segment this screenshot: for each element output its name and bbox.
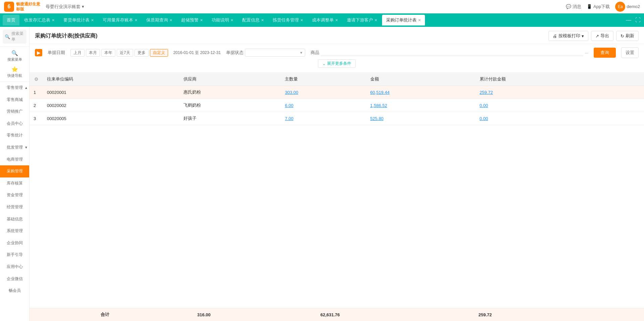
page-header: 采购订单统计表(按供应商) 🖨 按模板打印 ▾ ↗ 导出 ↻ 刷新 <box>30 27 644 44</box>
table-row[interactable]: 2 00020002 飞鹤奶粉 6.00 1,586.52 0.00 <box>30 99 644 112</box>
sidebar-item-retail-mgmt[interactable]: 零售管理 ▲ <box>0 82 29 94</box>
tab-caigou-active[interactable]: 采购订单统计表 ✕ <box>382 15 425 25</box>
sidebar-item-marketing[interactable]: 营销推广 <box>0 106 29 118</box>
printer-icon: 🖨 <box>553 34 557 39</box>
sidebar-item-enterprise[interactable]: 企业协同 <box>0 237 29 249</box>
query-button[interactable]: 查询 <box>594 48 616 58</box>
user-menu[interactable]: Ea demo2 <box>615 2 640 12</box>
tab-chaochuyujing[interactable]: 超储预警 ✕ <box>177 15 207 25</box>
row-supplier: 好孩子 <box>179 112 281 125</box>
sidebar-item-retail-stats[interactable]: 零售统计 <box>0 129 29 142</box>
sidebar-item-guide[interactable]: 新手引导 <box>0 249 29 261</box>
sidebar-item-system[interactable]: 系统管理 <box>0 225 29 237</box>
search-box[interactable]: 🔍 搜索菜单 <box>3 30 26 44</box>
date-btn-this-month[interactable]: 本月 <box>86 49 100 57</box>
maximize-icon[interactable]: ⛶ <box>635 16 641 24</box>
close-icon[interactable]: ✕ <box>135 18 138 22</box>
print-button[interactable]: 🖨 按模板打印 ▾ <box>548 31 588 41</box>
tab-yaoqing[interactable]: 邀请下游客户 ✕ <box>343 15 381 25</box>
settings-button[interactable]: 设置 <box>621 47 639 58</box>
row-paid: 0.00 <box>476 99 612 112</box>
row-extra <box>612 99 644 112</box>
close-icon[interactable]: ✕ <box>230 18 233 22</box>
status-filter: 单据状态 ▾ <box>226 49 305 57</box>
sidebar-item-member[interactable]: 会员中心 <box>0 118 29 130</box>
status-label: 单据状态 <box>226 50 244 56</box>
sidebar-item-search[interactable]: 🔍 搜索菜单 <box>0 48 29 64</box>
table-row[interactable]: 1 00020001 惠氏奶粉 303.00 60,519.44 259.72 <box>30 86 644 99</box>
close-icon[interactable]: ✕ <box>200 18 203 22</box>
row-supplier: 惠氏奶粉 <box>179 86 281 99</box>
minimize-icon[interactable]: — <box>625 16 632 24</box>
sidebar-item-finance[interactable]: 资金管理 <box>0 189 29 201</box>
footer-amount: 62,631.76 <box>316 308 474 321</box>
row-no: 1 <box>30 86 43 99</box>
tab-home[interactable]: 首页 <box>3 15 19 25</box>
date-btn-7days[interactable]: 近7天 <box>117 49 133 57</box>
date-btn-last-month[interactable]: 上月 <box>70 49 85 57</box>
export-button[interactable]: ↗ 导出 <box>591 31 613 41</box>
refresh-button[interactable]: ↻ 刷新 <box>616 31 639 41</box>
expand-button[interactable]: ⌄ 展开更多条件 <box>318 59 356 68</box>
sidebar-item-ecommerce[interactable]: 电商管理 <box>0 154 29 166</box>
th-amount: 金额 <box>366 73 476 86</box>
search-placeholder: 搜索菜单 <box>11 31 24 42</box>
row-code: 00020002 <box>43 99 179 112</box>
tab-baozhi[interactable]: 保质期查询 ✕ <box>142 15 176 25</box>
sidebar-search[interactable]: 🔍 搜索菜单 <box>0 27 29 47</box>
logo-icon: 6 <box>4 2 14 12</box>
table-row[interactable]: 3 00020005 好孩子 7.00 525.80 0.00 <box>30 112 644 125</box>
workspace-selector[interactable]: 母婴行业演示账套 ▾ <box>43 4 87 10</box>
sidebar-nav: 🔍 搜索菜单 ⭐ 快捷导航 <box>0 47 29 82</box>
sidebar-item-inventory[interactable]: 库存核算 <box>0 177 29 190</box>
tab-chengben[interactable]: 成本调整单 ✕ <box>308 15 342 25</box>
tab-gongneng[interactable]: 功能说明 ✕ <box>208 15 237 25</box>
status-select[interactable]: ▾ <box>245 49 305 57</box>
app-download-button[interactable]: 📱 App下载 <box>587 4 610 10</box>
sidebar-item-member2[interactable]: 畅会员 <box>0 285 29 297</box>
tab-jianhuo[interactable]: 拣货任务管理 ✕ <box>269 15 307 25</box>
footer-quantity: 316.00 <box>193 308 316 321</box>
tab-kuyong[interactable]: 可用量库存账本 ✕ <box>99 15 142 25</box>
nav-tabs: 首页 收发存汇总表 ✕ 要货单统计表 ✕ 可用量库存账本 ✕ 保质期查询 ✕ 超… <box>0 13 644 27</box>
table-footer: 合计 316.00 62,631.76 259.72 <box>30 308 644 321</box>
close-icon[interactable]: ✕ <box>91 18 94 22</box>
sidebar-item-wechat[interactable]: 企业微信 <box>0 273 29 285</box>
sidebar-item-basic-info[interactable]: 基础信息 <box>0 213 29 225</box>
date-custom-tag[interactable]: 自定义 <box>150 49 168 57</box>
table-area: ⚙ 往来单位编码 供应商 主数量 金额 累计付款金额 1 00020001 <box>30 73 644 308</box>
more-options-icon[interactable]: ··· <box>585 50 588 55</box>
close-icon[interactable]: ✕ <box>418 18 421 22</box>
chevron-down-icon: ▼ <box>24 145 28 150</box>
row-code: 00020001 <box>43 86 179 99</box>
tab-peizhi[interactable]: 配置信息 ✕ <box>238 15 268 25</box>
tab-shoucun[interactable]: 收发存汇总表 ✕ <box>20 15 59 25</box>
sidebar-item-quick-nav[interactable]: ⭐ 快捷导航 <box>0 64 29 80</box>
sidebar-item-app-center[interactable]: 应用中心 <box>0 261 29 273</box>
sidebar-item-wholesale[interactable]: 批发管理 ▼ <box>0 142 29 154</box>
tab-yaohuodan[interactable]: 要货单统计表 ✕ <box>59 15 98 25</box>
filter-toggle[interactable]: ▶ <box>35 49 42 56</box>
close-icon[interactable]: ✕ <box>261 18 264 22</box>
close-icon[interactable]: ✕ <box>374 18 377 22</box>
sidebar-item-purchase[interactable]: 采购管理 <box>0 165 29 177</box>
sidebar-item-retail-store[interactable]: 零售商城 <box>0 94 29 106</box>
footer-label: 合计 <box>97 308 193 321</box>
date-btn-this-year[interactable]: 本年 <box>101 49 115 57</box>
close-icon[interactable]: ✕ <box>335 18 338 22</box>
sidebar-item-operations[interactable]: 经营管理 <box>0 201 29 213</box>
date-btn-more[interactable]: 更多 <box>135 49 149 57</box>
close-icon[interactable]: ✕ <box>300 18 303 22</box>
chevron-down-icon: ⌄ <box>322 61 326 66</box>
th-settings: ⚙ <box>30 73 43 86</box>
gear-icon[interactable]: ⚙ <box>34 76 39 82</box>
product-input[interactable] <box>321 49 583 56</box>
close-icon[interactable]: ✕ <box>169 18 172 22</box>
close-icon[interactable]: ✕ <box>52 18 55 22</box>
th-supplier: 供应商 <box>179 73 281 86</box>
top-bar-right: 💬 消息 📱 App下载 Ea demo2 <box>566 2 640 12</box>
row-extra <box>612 112 644 125</box>
sidebar-menu: 零售管理 ▲ 零售商城 营销推广 会员中心 零售统计 批发管理 ▼ 电商管理 <box>0 82 29 321</box>
message-button[interactable]: 💬 消息 <box>566 4 581 10</box>
phone-icon: 📱 <box>587 4 592 9</box>
